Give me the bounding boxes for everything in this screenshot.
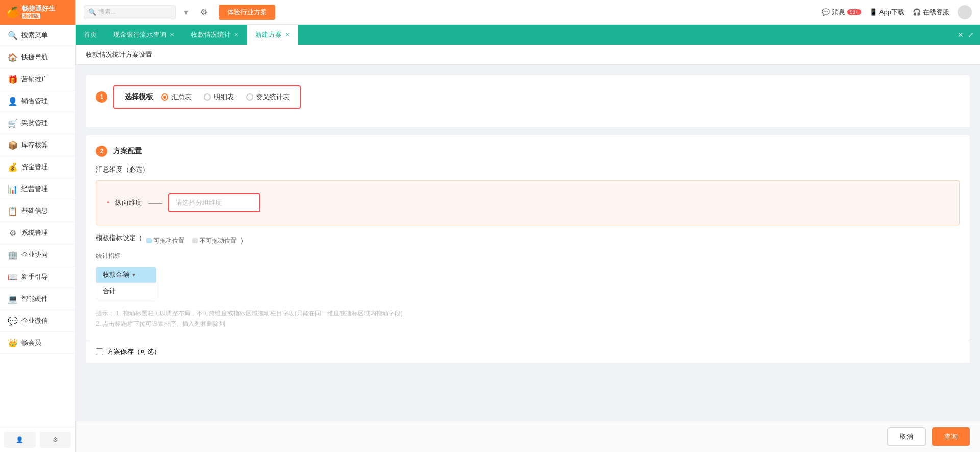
tabbar: 首页 现金银行流水查询 ✕ 收款情况统计 ✕ 新建方案 ✕ ✕ ⤢ xyxy=(76,25,980,45)
page-body: 1 选择模板 汇总表 明细表 xyxy=(76,65,980,421)
logo-badge: 标准版 xyxy=(22,13,40,19)
chat-icon: 💬 xyxy=(8,316,17,325)
radio-detail[interactable]: 明细表 xyxy=(204,92,234,102)
sidebar-item-inventory[interactable]: 📦 库存核算 xyxy=(0,134,75,156)
sidebar-bottom-btn1[interactable]: 👤 xyxy=(4,432,36,448)
sidebar-item-system[interactable]: ⚙ 系统管理 xyxy=(0,222,75,244)
book-icon: 📖 xyxy=(8,272,17,281)
sidebar-item-label: 快捷导航 xyxy=(21,53,48,62)
topbar-search[interactable]: 🔍 搜索... xyxy=(84,5,176,19)
sidebar-item-sales[interactable]: 👤 销售管理 xyxy=(0,90,75,112)
money-icon: 💰 xyxy=(8,162,17,172)
step2-badge: 2 xyxy=(96,146,107,157)
sidebar-item-label: 企业协同 xyxy=(21,250,48,259)
topbar-dropdown-icon[interactable]: ▾ xyxy=(184,7,188,18)
page-title: 收款情况统计方案设置 xyxy=(86,51,152,58)
tab-receipts-label: 收款情况统计 xyxy=(191,30,231,39)
tab-home[interactable]: 首页 xyxy=(76,25,105,45)
sidebar-item-corp[interactable]: 🏢 企业协同 xyxy=(0,244,75,266)
sidebar-item-wechat[interactable]: 💬 企业微信 xyxy=(0,310,75,332)
sidebar-item-label: 系统管理 xyxy=(21,228,48,237)
sidebar-item-quicknav[interactable]: 🏠 快捷导航 xyxy=(0,46,75,68)
sidebar-bottom-btn2[interactable]: ⚙ xyxy=(40,432,71,448)
tab-close-all-icon[interactable]: ✕ xyxy=(958,31,964,39)
list-icon: 📋 xyxy=(8,206,17,216)
radio-detail-label: 明细表 xyxy=(214,92,234,102)
tab-cashflow[interactable]: 现金银行流水查询 ✕ xyxy=(105,25,183,45)
metrics-title-suffix: ） xyxy=(240,236,247,245)
arrow-icon: —— xyxy=(148,199,162,207)
tab-new-plan[interactable]: 新建方案 ✕ xyxy=(247,25,298,45)
sidebar-item-search[interactable]: 🔍 搜索菜单 xyxy=(0,25,75,46)
search-icon: 🔍 xyxy=(8,31,17,40)
metrics-table-container: 统计指标 收款金额 ▾ 合计 xyxy=(96,252,960,301)
step1-label: 选择模板 xyxy=(125,92,153,102)
step1-card: 1 选择模板 汇总表 明细表 xyxy=(86,75,970,127)
save-checkbox[interactable] xyxy=(96,348,103,355)
tip2: 2. 点击标题栏下拉可设置排序、插入列和删除列 xyxy=(96,320,960,328)
legend-gray-dot xyxy=(192,238,198,243)
step1-badge: 1 xyxy=(96,91,107,103)
cancel-button[interactable]: 取消 xyxy=(887,427,926,446)
main-area: 🔍 搜索... ▾ ⚙ 体验行业方案 💬 消息 99+ 📱 App下载 🎧 在线… xyxy=(76,0,980,452)
stats-label: 统计指标 xyxy=(96,252,156,260)
sidebar-item-label: 畅会员 xyxy=(21,338,41,347)
config-area: * 纵向维度 —— 请选择分组维度 xyxy=(96,180,960,225)
logo-text: 畅捷通好生 xyxy=(22,5,55,13)
logo-sub: 标准版 xyxy=(22,13,55,20)
service-item[interactable]: 🎧 在线客服 xyxy=(913,8,949,17)
sidebar-item-member[interactable]: 👑 畅会员 xyxy=(0,332,75,354)
tips-section: 提示： 1. 拖动标题栏可以调整布局，不可跨维度或指标区域拖动栏目字段(只能在同… xyxy=(96,309,960,328)
sidebar-item-marketing[interactable]: 🎁 营销推广 xyxy=(0,68,75,90)
sidebar-item-operations[interactable]: 📊 经营管理 xyxy=(0,178,75,200)
topbar-right: 💬 消息 99+ 📱 App下载 🎧 在线客服 xyxy=(822,5,972,19)
metrics-legend: 可拖动位置 不可拖动位置 xyxy=(146,236,236,245)
topbar-settings-icon[interactable]: ⚙ xyxy=(197,5,211,19)
sidebar-item-label: 搜索菜单 xyxy=(21,31,48,40)
template-radio-group: 汇总表 明细表 交叉统计表 xyxy=(161,92,289,102)
dim-select-box[interactable]: 请选择分组维度 xyxy=(168,193,260,212)
metrics-table: 收款金额 ▾ 合计 xyxy=(96,267,156,299)
radio-cross[interactable]: 交叉统计表 xyxy=(246,92,289,102)
sidebar-item-label: 智能硬件 xyxy=(21,294,48,303)
step2-row: 2 方案配置 xyxy=(96,146,960,157)
sidebar-item-label: 新手引导 xyxy=(21,272,48,281)
hardware-icon: 💻 xyxy=(8,294,17,303)
required-star: * xyxy=(107,199,109,207)
box-icon: 📦 xyxy=(8,140,17,150)
metrics-dropdown-icon[interactable]: ▾ xyxy=(132,271,135,278)
tab-cashflow-close[interactable]: ✕ xyxy=(169,31,175,38)
tab-receipts[interactable]: 收款情况统计 ✕ xyxy=(183,25,247,45)
metrics-setting-row: 模板指标设定（ 可拖动位置 不可拖动位置 ） xyxy=(96,233,960,248)
tabbar-controls: ✕ ⤢ xyxy=(958,31,980,39)
logo-icon: 🍊 xyxy=(6,6,19,18)
step2-card: 2 方案配置 汇总维度（必选） * 纵向维度 —— 请选择分组维度 xyxy=(86,135,970,341)
download-label: App下载 xyxy=(879,8,904,17)
home-icon: 🏠 xyxy=(8,53,17,62)
sidebar-item-guide[interactable]: 📖 新手引导 xyxy=(0,266,75,288)
radio-summary[interactable]: 汇总表 xyxy=(161,92,191,102)
footer: 取消 查询 xyxy=(76,421,980,452)
metrics-header[interactable]: 收款金额 ▾ xyxy=(96,267,156,283)
service-label: 在线客服 xyxy=(923,8,949,17)
download-item[interactable]: 📱 App下载 xyxy=(869,8,904,17)
sidebar-item-finance[interactable]: 💰 资金管理 xyxy=(0,156,75,178)
avatar[interactable] xyxy=(958,5,972,19)
metrics-row: 合计 xyxy=(96,283,156,299)
sidebar-item-basic[interactable]: 📋 基础信息 xyxy=(0,200,75,222)
notification-badge: 99+ xyxy=(847,9,861,15)
sidebar-item-label: 采购管理 xyxy=(21,118,48,128)
metrics-row-label: 合计 xyxy=(103,287,116,295)
chart-icon: 📊 xyxy=(8,184,17,194)
sidebar-item-label: 资金管理 xyxy=(21,162,48,172)
tab-receipts-close[interactable]: ✕ xyxy=(234,31,239,38)
trial-btn[interactable]: 体验行业方案 xyxy=(219,5,275,20)
sidebar-item-purchase[interactable]: 🛒 采购管理 xyxy=(0,112,75,134)
tip1: 提示： 1. 拖动标题栏可以调整布局，不可跨维度或指标区域拖动栏目字段(只能在同… xyxy=(96,309,960,318)
tab-maximize-icon[interactable]: ⤢ xyxy=(968,31,974,39)
query-button[interactable]: 查询 xyxy=(932,427,970,446)
tab-new-plan-close[interactable]: ✕ xyxy=(285,31,290,38)
message-item[interactable]: 💬 消息 99+ xyxy=(822,8,861,17)
template-select-box: 选择模板 汇总表 明细表 xyxy=(113,85,301,109)
sidebar-item-hardware[interactable]: 💻 智能硬件 xyxy=(0,288,75,310)
